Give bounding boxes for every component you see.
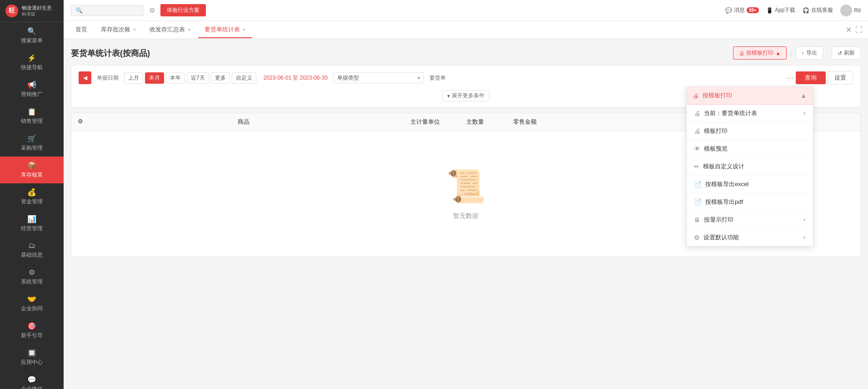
message-icon: 💬 [725,7,732,14]
customer-service-item[interactable]: 🎧 在线客服 [803,6,833,14]
sidebar-label-wechat: 企业微信 [21,385,43,389]
export-pdf-left: 📄 按模板导出pdf [694,198,743,206]
purchase-icon: 🛒 [27,134,36,143]
app-download-icon: 📱 [766,7,773,14]
query-button[interactable]: 查询 [796,71,826,84]
page-header: 要货单统计表(按商品) 🖨 按模板打印 ▲ | ↑ 导出 | ↺ 刷新 [71,46,861,60]
print-chevron-icon: ▲ [775,50,781,56]
type-select[interactable]: 单据类型 [333,72,424,83]
tab-inventory-batch-close[interactable]: × [133,27,136,32]
messages-item[interactable]: 💬 消息 99+ [725,6,759,14]
tab-close-icon[interactable]: ✕ [846,25,852,34]
expand-down-icon: ▾ [447,93,450,99]
sidebar-item-purchase[interactable]: 🛒 采购管理 [0,130,64,157]
topbar-search[interactable]: 🔍 [71,5,144,16]
sidebar-item-system[interactable]: ⚙ 系统管理 [0,263,64,290]
dropdown-current-item[interactable]: 🖨 当前：要货单统计表 ▾ [687,105,813,122]
business-icon: 📊 [27,215,36,223]
default-func-label: 设置默认功能 [703,233,739,242]
sales-icon: 📋 [27,107,36,116]
date-this-month[interactable]: 本月 [145,72,164,84]
app-download-item[interactable]: 📱 App下载 [766,6,795,14]
tab-home-label: 首页 [75,25,87,34]
sidebar-item-marketing[interactable]: 📢 营销推广 [0,76,64,103]
template-print-icon: 🖨 [694,127,700,135]
date-label: 单据日期 [97,74,119,82]
template-print-label: 模板打印 [704,127,728,135]
dropdown-item-template-preview[interactable]: 👁 模板预览 [687,140,813,158]
default-func-left: ⚙ 设置默认功能 [694,233,739,242]
tabs-right-actions: ✕ ⛶ [846,25,863,34]
filter-expand-left[interactable]: ◀ [79,71,91,84]
tab-order-summary-close[interactable]: × [243,27,245,32]
tab-inventory-batch-label: 库存批次账 [101,25,130,34]
tab-home[interactable]: 首页 [69,22,94,38]
tab-collection-summary-close[interactable]: × [188,27,190,32]
date-7days[interactable]: 近7天 [187,72,209,84]
topbar-search-icon: 🔍 [76,7,83,14]
template-print-left: 🖨 模板打印 [694,127,728,135]
export-pdf-label: 按模板导出pdf [705,198,743,206]
current-label: 当前：要货单统计表 [704,109,757,117]
dropdown-item-export-pdf[interactable]: 📄 按模板导出pdf [687,193,813,211]
user-name: Rit [854,7,861,14]
sidebar: 旺 畅捷通好生意 标准版 🔍 搜索菜单 ⚡ 快捷导航 📢 营销推广 📋 销售管理… [0,0,64,389]
more-options-icon[interactable]: ⋯ [787,74,794,82]
sidebar-item-shortcut[interactable]: ⚡ 快捷导航 [0,49,64,76]
sidebar-label-search: 搜索菜单 [21,37,43,45]
marketing-icon: 📢 [27,81,36,89]
dropdown-item-display-print[interactable]: 🖥 按显示打印 ▾ [687,211,813,229]
date-more[interactable]: 更多 [211,72,230,84]
avatar [840,5,852,16]
dropdown-item-export-excel[interactable]: 📄 按模板导出excel [687,176,813,193]
sidebar-label-shortcut: 快捷导航 [21,64,43,71]
sidebar-item-wechat[interactable]: 💬 企业微信 [0,371,64,389]
template-design-label: 模板自定义设计 [703,162,744,171]
export-pdf-icon: 📄 [694,198,702,206]
sidebar-item-guide[interactable]: 🎯 新手引导 [0,317,64,344]
dropdown-close-icon[interactable]: ▲ [800,92,807,99]
sidebar-item-collab[interactable]: 🤝 企业协同 [0,290,64,317]
sidebar-item-business[interactable]: 📊 经营管理 [0,210,64,237]
template-design-icon: ✏ [694,163,699,170]
sidebar-item-finance[interactable]: 💰 资金管理 [0,183,64,210]
template-design-left: ✏ 模板自定义设计 [694,162,744,171]
refresh-button[interactable]: ↺ 刷新 [832,46,861,60]
display-print-icon: 🖥 [694,216,700,223]
date-custom[interactable]: 自定义 [232,72,256,84]
dropdown-item-template-design[interactable]: ✏ 模板自定义设计 [687,158,813,176]
date-prev-month[interactable]: 上月 [124,72,143,84]
sidebar-label-business: 经营管理 [21,225,43,232]
app-download-label: App下载 [775,6,795,14]
trial-button[interactable]: 体验行业方案 [160,4,206,16]
settings-button[interactable]: 设置 [828,71,853,85]
print-icon: 🖨 [739,50,744,56]
user-avatar-item[interactable]: Rit [840,5,861,16]
messages-badge: 99+ [747,7,759,13]
refresh-label: 刷新 [844,49,855,57]
col-settings[interactable]: ⚙ [71,118,90,126]
date-this-year[interactable]: 本年 [166,72,185,84]
sidebar-label-purchase: 采购管理 [21,144,43,152]
tab-maximize-icon[interactable]: ⛶ [855,26,863,34]
filter-expand-left-icon: ◀ [83,75,87,81]
app-name: 畅捷通好生意 [22,5,52,11]
sidebar-item-inventory[interactable]: 📦 库存核算 [0,157,64,183]
topbar-gear-icon[interactable]: ⚙ [149,6,155,15]
col-retail: 零售金额 [498,118,552,126]
display-print-arrow: ▾ [803,217,806,223]
sidebar-item-apps[interactable]: 🔲 应用中心 [0,344,64,371]
dropdown-item-template-print[interactable]: 🖨 模板打印 [687,122,813,140]
tab-collection-summary[interactable]: 收发存汇总表 × [143,22,197,38]
sidebar-item-search[interactable]: 🔍 搜索菜单 [0,22,64,49]
tab-order-summary[interactable]: 要货单统计表 × [198,22,252,38]
sidebar-label-collab: 企业协同 [21,305,43,313]
tab-inventory-batch[interactable]: 库存批次账 × [95,22,142,38]
sidebar-item-sales[interactable]: 📋 销售管理 [0,103,64,130]
export-button[interactable]: ↑ 导出 [796,46,823,60]
dropdown-item-default-func[interactable]: ⚙ 设置默认功能 ▾ [687,229,813,246]
dropdown-title: 🖨 按模板打印 [693,91,732,100]
print-template-button[interactable]: 🖨 按模板打印 ▲ [733,46,787,60]
expand-more-button[interactable]: ▾ 展开更多条件 [442,90,489,101]
sidebar-item-basic[interactable]: 🗂 基础信息 [0,237,64,263]
